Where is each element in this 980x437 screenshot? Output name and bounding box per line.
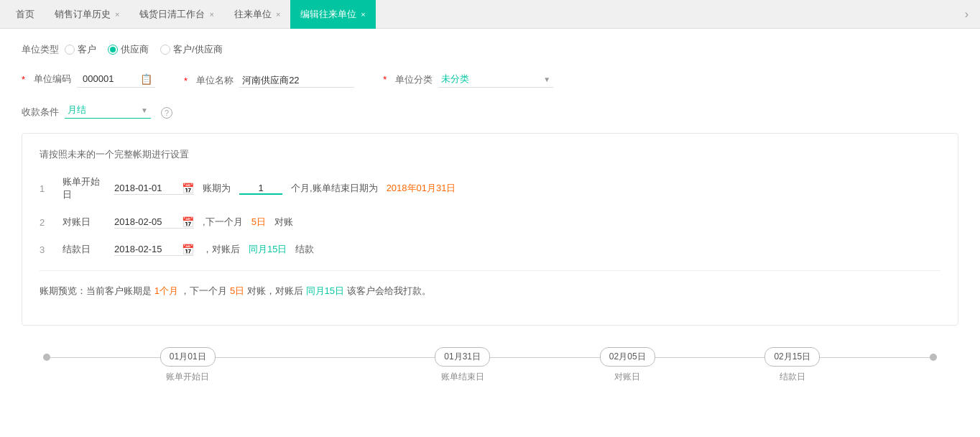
period-prefix-label: 账期为	[203, 182, 231, 195]
section-title: 请按照未来的一个完整帐期进行设置	[40, 148, 940, 161]
timeline-node-4: 02月15日 结款日	[764, 347, 820, 383]
unit-name-label: 单位名称	[196, 74, 234, 87]
unit-category-dropdown[interactable]: 未分类 ▼	[438, 71, 553, 88]
unit-category-value: 未分类	[441, 73, 540, 86]
reconcile-date-input-wrap: 📅	[114, 216, 194, 229]
timeline-badge-1: 01月01日	[160, 347, 216, 367]
unit-type-radio-group: 客户 供应商 客户/供应商	[65, 43, 223, 56]
tab-home[interactable]: 首页	[6, 0, 45, 29]
start-date-input[interactable]	[114, 183, 179, 193]
settings-section: 请按照未来的一个完整帐期进行设置 1 账单开始日 📅 账期为 个月,账单结束日期…	[22, 133, 958, 326]
radio-customer-supplier[interactable]: 客户/供应商	[160, 43, 223, 56]
unit-name-input[interactable]	[239, 73, 354, 88]
timeline-end-dot	[930, 354, 937, 361]
close-tab-sales-history[interactable]: ×	[115, 10, 119, 19]
main-content: 单位类型 客户 供应商 客户/供应商 * 单位编码 📋	[0, 29, 980, 437]
payment-prefix-label: ，对账后	[203, 243, 240, 256]
preview-part1: 1个月	[154, 285, 178, 296]
tab-more-button[interactable]: ›	[959, 8, 974, 21]
timeline-container: 01月01日 账单开始日 01月31日 账单结束日 02月05日 对账日 02月…	[22, 340, 958, 383]
timeline-node-1: 01月01日 账单开始日	[160, 347, 216, 383]
preview-prefix: 账期预览：当前客户账期是	[40, 285, 152, 296]
setting-row-2: 2 对账日 📅 ,下一个月5日 对账	[40, 216, 940, 229]
timeline-badge-4: 02月15日	[764, 347, 820, 367]
unit-category-field: * 单位分类 未分类 ▼	[383, 71, 553, 88]
row-type-label-2: 对账日	[63, 216, 106, 229]
payment-highlight: 同月15日	[249, 243, 287, 256]
tab-partner[interactable]: 往来单位 ×	[224, 0, 290, 29]
row-type-label-3: 结款日	[63, 243, 106, 256]
unit-category-label: 单位分类	[395, 73, 433, 86]
help-icon[interactable]: ?	[161, 107, 172, 119]
payment-suffix-label: 结款	[295, 243, 314, 256]
setting-row-1: 1 账单开始日 📅 账期为 个月,账单结束日期为 2018年01月31日	[40, 175, 940, 201]
payment-condition-row: 收款条件 月结 ▼ ?	[22, 102, 958, 119]
preview-part3: 同月15日	[306, 285, 344, 296]
payment-condition-value: 月结	[68, 104, 138, 116]
row-num-1: 1	[40, 183, 54, 194]
close-tab-partner[interactable]: ×	[276, 10, 280, 19]
setting-row-3: 3 结款日 📅 ，对账后 同月15日 结款	[40, 243, 940, 256]
timeline-label-2: 账单结束日	[441, 371, 484, 383]
unit-type-label: 单位类型	[22, 43, 59, 56]
reconcile-prefix-label: ,下一个月	[203, 216, 243, 229]
preview-suffix: 该客户会给我打款。	[347, 285, 431, 296]
tab-edit-partner[interactable]: 编辑往来单位 ×	[290, 0, 375, 29]
payment-date-input[interactable]	[114, 244, 179, 254]
reconcile-suffix-label: 对账	[274, 216, 293, 229]
unit-code-label: 单位编码	[34, 73, 71, 86]
row-num-3: 3	[40, 244, 54, 255]
start-date-calendar-icon[interactable]: 📅	[182, 183, 194, 194]
end-date-highlight: 2018年01月31日	[387, 182, 456, 195]
unit-category-arrow-icon: ▼	[543, 75, 550, 83]
start-date-input-wrap: 📅	[114, 183, 194, 195]
reconcile-date-calendar-icon[interactable]: 📅	[182, 216, 194, 228]
unit-type-row: 单位类型 客户 供应商 客户/供应商	[22, 43, 958, 56]
timeline-badge-2: 01月31日	[435, 347, 490, 367]
payment-date-calendar-icon[interactable]: 📅	[182, 244, 194, 255]
radio-circle-customer	[65, 45, 75, 55]
tab-cash-workbench[interactable]: 钱货日清工作台 ×	[129, 0, 223, 29]
row-num-2: 2	[40, 217, 54, 228]
timeline-badge-3: 02月05日	[600, 347, 655, 367]
radio-customer[interactable]: 客户	[65, 43, 96, 56]
payment-date-input-wrap: 📅	[114, 244, 194, 256]
timeline-label-4: 结款日	[780, 371, 805, 383]
unit-name-field: * 单位名称	[184, 73, 354, 88]
unit-info-row: * 单位编码 📋 * 单位名称 * 单位分类 未分类 ▼	[22, 70, 958, 88]
unit-code-input-wrap: 📋	[77, 70, 155, 88]
unit-code-field: * 单位编码 📋	[22, 70, 155, 88]
close-tab-cash-workbench[interactable]: ×	[209, 10, 213, 19]
reconcile-date-input[interactable]	[114, 216, 179, 227]
payment-condition-label: 收款条件	[22, 106, 59, 119]
timeline-node-2: 01月31日 账单结束日	[435, 347, 490, 383]
preview-text: 账期预览：当前客户账期是 1个月 ，下一个月 5日 对账，对账后 同月15日 该…	[40, 282, 940, 299]
radio-circle-supplier	[108, 45, 118, 55]
tab-bar: 首页 销售订单历史 × 钱货日清工作台 × 往来单位 × 编辑往来单位 × ›	[0, 0, 980, 29]
timeline-start-dot	[43, 354, 50, 361]
reconcile-highlight: 5日	[251, 216, 266, 229]
close-tab-edit-partner[interactable]: ×	[361, 10, 365, 19]
unit-code-copy-icon[interactable]: 📋	[140, 73, 152, 85]
preview-part2: 5日	[230, 285, 244, 296]
preview-sep2: 对账，对账后	[247, 285, 303, 296]
payment-condition-dropdown[interactable]: 月结 ▼	[65, 102, 151, 119]
timeline-label-1: 账单开始日	[166, 371, 209, 383]
timeline-label-3: 对账日	[614, 371, 640, 383]
preview-sep1: ，下一个月	[180, 285, 227, 296]
period-value-input[interactable]	[239, 183, 282, 195]
payment-condition-arrow-icon: ▼	[141, 106, 148, 114]
row-type-label-1: 账单开始日	[63, 175, 106, 201]
tab-sales-history[interactable]: 销售订单历史 ×	[45, 0, 129, 29]
radio-circle-customer-supplier	[160, 45, 170, 55]
unit-code-input[interactable]	[80, 72, 137, 86]
period-suffix-label: 个月,账单结束日期为	[291, 182, 378, 195]
radio-supplier[interactable]: 供应商	[108, 43, 149, 56]
timeline-node-3: 02月05日 对账日	[600, 347, 655, 383]
